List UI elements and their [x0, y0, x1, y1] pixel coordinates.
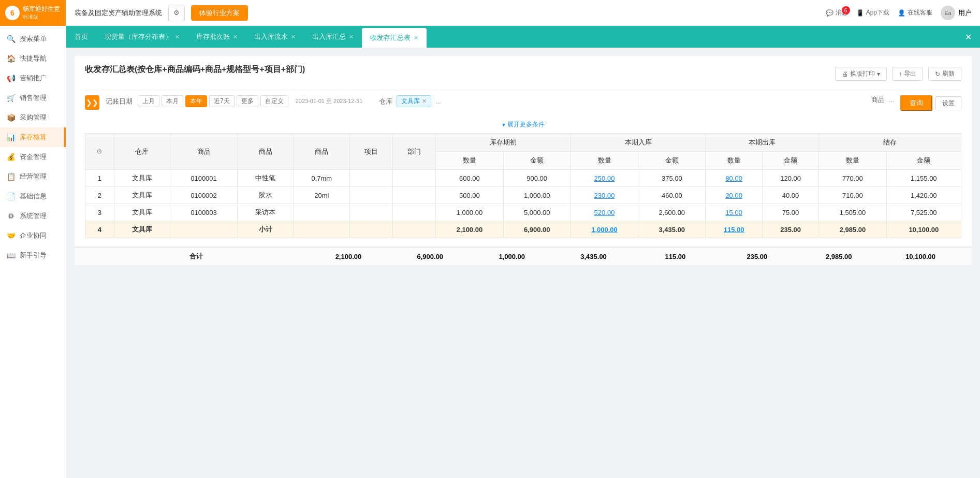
expand-more-label: 展开更多条件: [507, 120, 545, 129]
sidebar-item-quicknav-label: 快捷导航: [20, 54, 47, 63]
expand-more-row: ▾ 展开更多条件: [85, 116, 961, 133]
cell-dept: [393, 170, 436, 187]
col-out-header: 本期出库: [706, 134, 819, 152]
sidebar-item-operations[interactable]: 📋 经营管理: [0, 167, 66, 186]
table-row: 1 文具库 0100001 中性笔 0.7mm 600.00 900.00 25…: [85, 170, 961, 187]
sidebar-item-basic-label: 基础信息: [20, 192, 47, 201]
warehouse-tag-remove[interactable]: ✕: [422, 98, 427, 105]
print-button[interactable]: 🖨 换版打印 ▾: [835, 67, 887, 81]
download-icon: 📱: [856, 9, 864, 17]
messages-badge: 6: [842, 6, 850, 15]
tab-batch[interactable]: 库存批次账 ✕: [188, 27, 246, 47]
tab-receive-summary-close[interactable]: ✕: [414, 35, 418, 41]
col-closing-qty-header: 数量: [819, 152, 886, 170]
tab-inventory-dist-close[interactable]: ✕: [175, 34, 180, 40]
out-qty-link[interactable]: 115.00: [724, 226, 744, 234]
col-opening-header: 库存期初: [436, 134, 571, 152]
sidebar-item-inventory[interactable]: 📊 库存核算: [0, 127, 66, 147]
export-button[interactable]: ↑ 导出: [892, 67, 923, 81]
trial-button[interactable]: 体验行业方案: [191, 5, 248, 21]
date-range-display: 2023-01-01 至 2023-12-31: [296, 97, 363, 105]
sidebar-item-marketing[interactable]: 📢 营销推广: [0, 68, 66, 88]
sidebar-item-system[interactable]: ⚙ 系统管理: [0, 206, 66, 226]
out-qty-link[interactable]: 15.00: [725, 209, 742, 216]
tab-inout-flow[interactable]: 出入库流水 ✕: [246, 27, 304, 47]
table-row: 4 文具库 小计 2,100.00 6,900.00 1,000.00 3,43…: [85, 221, 961, 238]
sidebar-item-basic[interactable]: 📄 基础信息: [0, 186, 66, 206]
goods-more-btn[interactable]: ...: [889, 96, 894, 104]
warehouse-more-btn[interactable]: ...: [435, 98, 441, 105]
sidebar-item-purchase[interactable]: 📦 采购管理: [0, 108, 66, 127]
sidebar-item-search-label: 搜索菜单: [20, 34, 47, 44]
in-qty-link[interactable]: 230.00: [594, 192, 615, 199]
tab-inout-flow-label: 出入库流水: [254, 32, 288, 41]
out-qty-link[interactable]: 20.00: [725, 192, 742, 199]
col-settings-header[interactable]: ⚙: [85, 134, 114, 170]
warehouse-filter-label: 仓库: [379, 97, 392, 106]
cell-goods-name: 小计: [238, 221, 294, 238]
refresh-label: 刷新: [942, 69, 955, 78]
guide-icon: 📖: [6, 251, 16, 260]
cell-closing-amt: 10,100.00: [886, 221, 961, 238]
cell-goods-spec: 20ml: [294, 187, 350, 204]
date-btn-custom[interactable]: 自定义: [260, 95, 288, 107]
tab-inout-summary[interactable]: 出入库汇总 ✕: [304, 27, 362, 47]
page-actions: 🖨 换版打印 ▾ ↑ 导出 ↻ 刷新: [835, 67, 961, 81]
sidebar-item-sales[interactable]: 🛒 销售管理: [0, 88, 66, 108]
cell-in-amt: 2,600.00: [638, 204, 706, 221]
sidebar-item-enterprise[interactable]: 🤝 企业协同: [0, 226, 66, 245]
logo-area: 6 畅库通好生意 标准版: [0, 0, 66, 26]
tab-inventory-dist[interactable]: 现货量（库存分布表） ✕: [96, 27, 188, 47]
table-row: 2 文具库 0100002 胶水 20ml 500.00 1,000.00 23…: [85, 187, 961, 204]
settings-button[interactable]: ⚙: [168, 5, 185, 21]
date-btn-this-year[interactable]: 本年: [185, 95, 207, 107]
date-btn-7days[interactable]: 近7天: [209, 95, 235, 107]
tab-batch-close[interactable]: ✕: [233, 34, 238, 40]
date-btn-more[interactable]: 更多: [237, 95, 258, 107]
in-qty-link[interactable]: 250.00: [594, 175, 615, 182]
tab-bar-close[interactable]: ✕: [957, 27, 980, 47]
out-qty-link[interactable]: 80.00: [725, 175, 742, 182]
online-service-label: 在线客服: [908, 8, 932, 17]
cell-in-qty: 1,000.00: [571, 221, 638, 238]
footer-closing-qty: 2,985.00: [798, 253, 880, 260]
logo-text: 畅库通好生意 标准版: [23, 5, 60, 21]
refresh-button[interactable]: ↻ 刷新: [928, 67, 961, 81]
cell-project: [350, 170, 393, 187]
sidebar-item-quicknav[interactable]: 🏠 快捷导航: [0, 49, 66, 68]
cell-goods-code: 0100001: [170, 170, 237, 187]
in-qty-link[interactable]: 1,000.00: [591, 226, 618, 234]
online-service-button[interactable]: 👤 在线客服: [898, 8, 932, 17]
tab-inout-summary-close[interactable]: ✕: [349, 34, 354, 40]
cell-closing-qty: 710.00: [819, 187, 886, 204]
expand-more-button[interactable]: ▾ 展开更多条件: [502, 120, 545, 129]
col-out-qty-header: 数量: [706, 152, 762, 170]
footer-in-qty: 1,000.00: [471, 253, 553, 260]
date-btn-this-month[interactable]: 本月: [162, 95, 183, 107]
sidebar-item-finance[interactable]: 💰 资金管理: [0, 147, 66, 167]
home-icon: 🏠: [6, 54, 16, 63]
sidebar-item-search[interactable]: 🔍 搜索菜单: [0, 29, 66, 49]
query-button[interactable]: 查询: [900, 95, 932, 111]
date-btn-prev-month[interactable]: 上月: [138, 95, 159, 107]
tab-home[interactable]: 首页: [66, 27, 96, 47]
filter-main: 记账日期 上月 本月 本年 近7天 更多 自定义 2023-01-01 至 20…: [106, 95, 362, 107]
print-chevron: ▾: [877, 70, 880, 78]
table-settings-icon[interactable]: ⚙: [96, 148, 103, 155]
cell-in-qty: 250.00: [571, 170, 638, 187]
filter-settings-button[interactable]: 设置: [935, 96, 961, 110]
data-table-container: ⚙ 仓库 商品 商品 商品 项目 部门 库存期初 本期入库 本期出库 结存: [75, 133, 972, 247]
sidebar: 6 畅库通好生意 标准版 🔍 搜索菜单 🏠 快捷导航 📢 营销推广 🛒 销售管理…: [0, 0, 66, 478]
app-download-button[interactable]: 📱 App下载: [856, 8, 889, 17]
sidebar-item-guide[interactable]: 📖 新手引导: [0, 245, 66, 265]
print-label: 换版打印: [850, 69, 875, 78]
date-filter-label: 记账日期: [106, 97, 133, 106]
messages-button[interactable]: 💬 消息 6: [826, 8, 848, 17]
tab-inout-flow-close[interactable]: ✕: [291, 34, 296, 40]
in-qty-link[interactable]: 520.00: [594, 209, 615, 216]
expand-filter-btn[interactable]: ❯❯: [85, 95, 99, 110]
user-area[interactable]: Ea 用户: [941, 6, 972, 20]
tab-receive-summary[interactable]: 收发存汇总表 ✕: [362, 28, 427, 48]
footer-values: 2,100.00 6,900.00 1,000.00 3,435.00 115.…: [308, 253, 961, 260]
cell-dept: [393, 187, 436, 204]
